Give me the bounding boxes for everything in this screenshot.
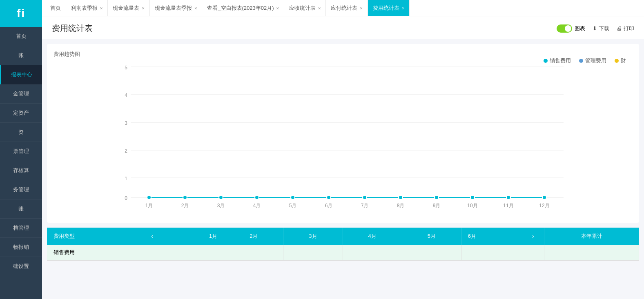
page-content: 费用统计表 图表 ⬇ 下载 🖨 打印 费用趋势图	[42, 16, 644, 299]
chart-section: 费用趋势图 销售费用 管理费用 财	[47, 44, 639, 223]
close-tab-payable[interactable]: ×	[360, 6, 362, 11]
tab-home[interactable]: 首页	[45, 0, 66, 16]
svg-point-21	[470, 195, 475, 199]
th-may: 5月	[402, 228, 461, 245]
tab-receivable[interactable]: 应收统计表 ×	[284, 0, 326, 16]
sidebar-item-inventory[interactable]: 存核算	[0, 161, 42, 180]
sidebar-item-ledger[interactable]: 账	[0, 46, 42, 65]
tab-blank-report[interactable]: 查看_空白报表(2023年02月) ×	[202, 0, 284, 16]
svg-text:1月: 1月	[145, 203, 153, 208]
sidebar-item-reports[interactable]: 报表中心	[0, 65, 42, 84]
page-header: 费用统计表 图表 ⬇ 下载 🖨 打印	[42, 16, 644, 39]
td-ytd	[544, 245, 639, 261]
sidebar-item-services[interactable]: 务管理	[0, 180, 42, 199]
chart-toggle[interactable]	[557, 24, 572, 33]
close-tab-blank-report[interactable]: ×	[276, 6, 279, 11]
svg-text:11月: 11月	[503, 203, 513, 208]
sidebar-item-home[interactable]: 首页	[0, 27, 42, 46]
main-area: 首页 利润表季报 × 现金流量表 × 现金流量表季报 × 查看_空白报表(202…	[42, 0, 644, 299]
svg-text:3月: 3月	[217, 203, 225, 208]
svg-text:4: 4	[125, 93, 127, 98]
close-tab-cashflow[interactable]: ×	[142, 6, 144, 11]
close-tab-cashflow-quarterly[interactable]: ×	[194, 6, 197, 11]
svg-point-17	[327, 195, 331, 199]
tab-profit-quarterly[interactable]: 利润表季报 ×	[66, 0, 108, 16]
th-feb: 2月	[224, 228, 283, 245]
svg-point-22	[506, 195, 510, 199]
td-apr	[343, 245, 402, 261]
td-may	[402, 245, 461, 261]
svg-text:4月: 4月	[253, 203, 261, 208]
svg-text:2月: 2月	[181, 203, 189, 208]
close-tab-receivable[interactable]: ×	[318, 6, 321, 11]
header-actions: 图表 ⬇ 下载 🖨 打印	[557, 24, 634, 33]
svg-point-16	[291, 195, 295, 199]
sidebar-item-cash[interactable]: 金管理	[0, 84, 42, 104]
table-header-row: 费用类型 ‹ 1月 2月 3月 4月 5月	[47, 228, 639, 245]
svg-point-23	[542, 195, 546, 199]
svg-text:9月: 9月	[433, 203, 441, 208]
sidebar-item-settings[interactable]: 础设置	[0, 257, 42, 276]
table-section: 费用类型 ‹ 1月 2月 3月 4月 5月	[47, 228, 639, 261]
sidebar-item-account2[interactable]: 账	[0, 199, 42, 219]
close-tab-profit-quarterly[interactable]: ×	[100, 6, 103, 11]
sidebar-item-archives[interactable]: 档管理	[0, 219, 42, 238]
tab-cashflow[interactable]: 现金流量表 ×	[108, 0, 149, 16]
tab-payable[interactable]: 应付统计表 ×	[326, 0, 368, 16]
th-col-prev: ‹ 1月	[141, 228, 224, 245]
sidebar-item-tickets[interactable]: 票管理	[0, 142, 42, 161]
prev-month-arrow[interactable]: ‹	[148, 233, 156, 240]
svg-point-18	[363, 195, 367, 199]
chart-toggle-wrap: 图表	[557, 24, 585, 33]
chart-svg-container: 5 4 3 2 1 0	[53, 61, 633, 216]
svg-point-14	[219, 195, 223, 199]
sidebar-item-expense[interactable]: 畅报销	[0, 238, 42, 257]
svg-point-19	[399, 195, 403, 199]
chart-wrap: 费用趋势图 销售费用 管理费用 财	[53, 51, 633, 216]
td-jan	[141, 245, 224, 261]
svg-text:5月: 5月	[289, 203, 297, 208]
svg-text:5: 5	[125, 65, 127, 71]
sidebar: fi 首页 账 报表中心 金管理 定资产 资 票管理 存核算 务管理 账 档管理…	[0, 0, 42, 299]
svg-text:6月: 6月	[325, 203, 333, 208]
table-row: 销售费用	[47, 245, 639, 261]
svg-text:3: 3	[125, 120, 127, 126]
th-ytd: 本年累计	[544, 228, 639, 245]
th-expense-type: 费用类型	[47, 228, 141, 245]
svg-point-12	[147, 195, 151, 199]
svg-point-15	[255, 195, 259, 199]
svg-point-13	[183, 195, 187, 199]
svg-text:7月: 7月	[361, 203, 369, 208]
sidebar-item-funds[interactable]: 资	[0, 123, 42, 142]
page-title: 费用统计表	[52, 23, 93, 34]
th-jun: 6月 ›	[461, 228, 544, 245]
tab-cashflow-quarterly[interactable]: 现金流量表季报 ×	[150, 0, 202, 16]
sidebar-item-assets[interactable]: 定资产	[0, 104, 42, 123]
print-icon: 🖨	[617, 25, 622, 31]
expense-table: 费用类型 ‹ 1月 2月 3月 4月 5月	[47, 228, 639, 261]
th-apr: 4月	[343, 228, 402, 245]
svg-text:2: 2	[125, 148, 127, 154]
download-button[interactable]: ⬇ 下载	[593, 25, 609, 32]
svg-text:10月: 10月	[467, 203, 477, 208]
tab-bar: 首页 利润表季报 × 现金流量表 × 现金流量表季报 × 查看_空白报表(202…	[42, 0, 644, 16]
svg-text:12月: 12月	[539, 203, 549, 208]
svg-text:8月: 8月	[397, 203, 405, 208]
close-tab-expense-stats[interactable]: ×	[402, 6, 404, 11]
tab-expense-stats[interactable]: 费用统计表 ×	[368, 0, 410, 16]
svg-text:1: 1	[125, 176, 127, 182]
chart-toggle-label: 图表	[575, 25, 585, 32]
td-jun	[461, 245, 544, 261]
svg-point-20	[435, 195, 439, 199]
chart-svg: 5 4 3 2 1 0	[53, 61, 633, 208]
td-mar	[283, 245, 343, 261]
td-type: 销售费用	[47, 245, 141, 261]
next-month-arrow[interactable]: ›	[529, 233, 537, 240]
svg-text:0: 0	[125, 195, 127, 201]
download-icon: ⬇	[593, 25, 597, 31]
td-feb	[224, 245, 283, 261]
print-button[interactable]: 🖨 打印	[617, 25, 634, 32]
th-mar: 3月	[283, 228, 343, 245]
app-logo: fi	[0, 0, 42, 27]
